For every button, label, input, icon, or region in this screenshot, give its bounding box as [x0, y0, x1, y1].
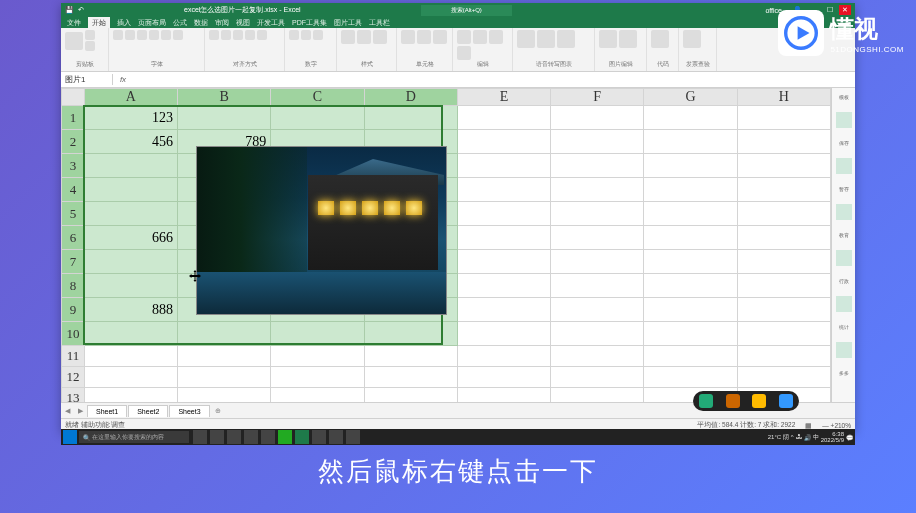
- name-box[interactable]: 图片1: [61, 74, 113, 85]
- embedded-picture[interactable]: [196, 146, 447, 315]
- taskbar-app3-icon[interactable]: [329, 430, 343, 444]
- cell-H12[interactable]: [737, 367, 830, 388]
- cell-H10[interactable]: [737, 322, 830, 346]
- align-right-icon[interactable]: [233, 30, 243, 40]
- cell-C11[interactable]: [271, 346, 364, 367]
- voice-icon[interactable]: [517, 30, 535, 48]
- side-item-4[interactable]: [836, 296, 852, 312]
- taskbar-cortana-icon[interactable]: [193, 430, 207, 444]
- start-button[interactable]: [63, 430, 77, 444]
- wrap-icon[interactable]: [245, 30, 255, 40]
- float-btn-4[interactable]: [779, 394, 793, 408]
- cell-A8[interactable]: [84, 274, 177, 298]
- cell-H5[interactable]: [737, 202, 830, 226]
- cell-D12[interactable]: [364, 367, 457, 388]
- sheet-nav-prev-icon[interactable]: ◀: [61, 407, 74, 415]
- side-item-3[interactable]: [836, 250, 852, 266]
- taskbar-app2-icon[interactable]: [312, 430, 326, 444]
- taskbar-search[interactable]: 🔍 在这里输入你要搜索的内容: [79, 431, 189, 443]
- zoom-level[interactable]: 210%: [834, 422, 851, 429]
- copy-icon[interactable]: [85, 41, 95, 51]
- cell-F4[interactable]: [551, 178, 644, 202]
- cell-E9[interactable]: [457, 298, 550, 322]
- new-sheet-icon[interactable]: ⊕: [211, 407, 225, 415]
- cell-C10[interactable]: [271, 322, 364, 346]
- tray-up-icon[interactable]: ^: [791, 434, 794, 440]
- col-header-G[interactable]: G: [644, 89, 737, 106]
- cell-G6[interactable]: [644, 226, 737, 250]
- row-header-6[interactable]: 6: [62, 226, 85, 250]
- tray-notif-icon[interactable]: 💬: [846, 434, 853, 441]
- cell-G1[interactable]: [644, 106, 737, 130]
- row-header-10[interactable]: 10: [62, 322, 85, 346]
- cell-F10[interactable]: [551, 322, 644, 346]
- side-panel-header[interactable]: 模板: [839, 94, 849, 100]
- col-header-E[interactable]: E: [457, 89, 550, 106]
- cell-E6[interactable]: [457, 226, 550, 250]
- grid[interactable]: A B C D E F G H 1123 2456789 3 4 5 6666 …: [61, 88, 831, 402]
- cell-E13[interactable]: [457, 388, 550, 403]
- cell-E5[interactable]: [457, 202, 550, 226]
- format-cells-icon[interactable]: [433, 30, 447, 44]
- cell-G12[interactable]: [644, 367, 737, 388]
- taskbar-taskview-icon[interactable]: [210, 430, 224, 444]
- col-header-F[interactable]: F: [551, 89, 644, 106]
- cell-G8[interactable]: [644, 274, 737, 298]
- comma-icon[interactable]: [313, 30, 323, 40]
- cell-B12[interactable]: [178, 367, 271, 388]
- italic-icon[interactable]: [125, 30, 135, 40]
- tray-vol-icon[interactable]: 🔊: [804, 434, 811, 441]
- cell-A5[interactable]: [84, 202, 177, 226]
- tab-data[interactable]: 数据: [194, 18, 208, 28]
- cell-E4[interactable]: [457, 178, 550, 202]
- cell-A11[interactable]: [84, 346, 177, 367]
- cell-G10[interactable]: [644, 322, 737, 346]
- cell-H9[interactable]: [737, 298, 830, 322]
- tray-ime-icon[interactable]: 中: [813, 433, 819, 442]
- row-header-8[interactable]: 8: [62, 274, 85, 298]
- floating-toolbar[interactable]: [693, 391, 799, 411]
- cell-H8[interactable]: [737, 274, 830, 298]
- cell-H11[interactable]: [737, 346, 830, 367]
- pic-edit-icon[interactable]: [599, 30, 617, 48]
- cell-G4[interactable]: [644, 178, 737, 202]
- row-header-1[interactable]: 1: [62, 106, 85, 130]
- sheet-tab-3[interactable]: Sheet3: [169, 405, 209, 417]
- cell-D1[interactable]: [364, 106, 457, 130]
- cell-H6[interactable]: [737, 226, 830, 250]
- row-header-3[interactable]: 3: [62, 154, 85, 178]
- tab-formulas[interactable]: 公式: [173, 18, 187, 28]
- pdf-icon[interactable]: [557, 30, 575, 48]
- row-header-13[interactable]: 13: [62, 388, 85, 403]
- tab-home[interactable]: 开始: [88, 17, 110, 29]
- cell-D11[interactable]: [364, 346, 457, 367]
- row-header-7[interactable]: 7: [62, 250, 85, 274]
- cell-D13[interactable]: [364, 388, 457, 403]
- paste-icon[interactable]: [65, 32, 83, 50]
- tab-tools[interactable]: 工具栏: [369, 18, 390, 28]
- bold-icon[interactable]: [113, 30, 123, 40]
- sheet-nav-next-icon[interactable]: ▶: [74, 407, 87, 415]
- insert-cells-icon[interactable]: [401, 30, 415, 44]
- taskbar-wechat-icon[interactable]: [278, 430, 292, 444]
- cell-F12[interactable]: [551, 367, 644, 388]
- cell-B11[interactable]: [178, 346, 271, 367]
- cell-E2[interactable]: [457, 130, 550, 154]
- cell-E3[interactable]: [457, 154, 550, 178]
- cell-A4[interactable]: [84, 178, 177, 202]
- pic-tool-icon[interactable]: [619, 30, 637, 48]
- tray-weather[interactable]: 21°C 阴: [768, 433, 789, 442]
- cell-A2[interactable]: 456: [84, 130, 177, 154]
- row-header-2[interactable]: 2: [62, 130, 85, 154]
- tab-review[interactable]: 审阅: [215, 18, 229, 28]
- tray-clock[interactable]: 6:382022/5/9: [821, 431, 844, 443]
- tab-insert[interactable]: 插入: [117, 18, 131, 28]
- cell-F1[interactable]: [551, 106, 644, 130]
- cut-icon[interactable]: [85, 30, 95, 40]
- underline-icon[interactable]: [137, 30, 147, 40]
- tab-view[interactable]: 视图: [236, 18, 250, 28]
- float-btn-3[interactable]: [752, 394, 766, 408]
- delete-cells-icon[interactable]: [417, 30, 431, 44]
- cell-A7[interactable]: [84, 250, 177, 274]
- fx-icon[interactable]: fx: [113, 75, 133, 84]
